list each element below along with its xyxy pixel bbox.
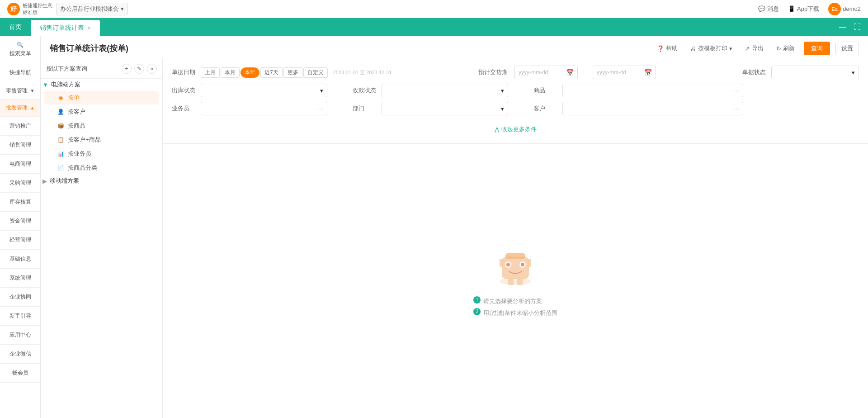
result-area: 1 请先选择要分析的方案 2 用[过滤]条件来缩小分析范围 [163, 144, 868, 418]
customer-select[interactable]: ··· [562, 102, 743, 115]
this-year-btn[interactable]: 本年 [241, 67, 259, 78]
scheme-item-by-order[interactable]: ◉ 按单 [44, 91, 159, 104]
filter-row-3: 业务员 ··· 部门 ▾ 客户 [172, 102, 859, 115]
date-separator: — [581, 69, 589, 76]
sidebar-item-basic-info[interactable]: 基础信息 [0, 250, 40, 269]
sidebar-item-system[interactable]: 系统管理 [0, 269, 40, 288]
sidebar-item-retail[interactable]: 零售管理 ▼ [0, 82, 40, 100]
scheme-icon-customer-goods: 📋 [57, 136, 64, 143]
doc-status-select[interactable]: ▾ [771, 66, 859, 79]
chevron-down-icon-out: ▾ [320, 87, 323, 94]
chevron-down-icon: ▾ [729, 45, 732, 52]
svg-rect-9 [508, 279, 514, 285]
sidebar-item-wholesale[interactable]: 批发管理 ▲ [0, 100, 40, 117]
sidebar-item-enterprise[interactable]: 企业协同 [0, 288, 40, 307]
sidebar-item-member[interactable]: 畅会员 [0, 364, 40, 383]
expected-date-start[interactable]: yyyy-mm-dd 📅 [514, 66, 578, 79]
sidebar-item-finance[interactable]: 资金管理 [0, 212, 40, 231]
expected-date-end[interactable]: yyyy-mm-dd 📅 [593, 66, 656, 79]
tab-close-icon[interactable]: × [88, 25, 91, 31]
sidebar-item-purchase[interactable]: 采购管理 [0, 174, 40, 193]
filter-row-1: 单据日期 上月 本月 本年 近7天 更多 自定义 2023-01-01 至 20… [172, 66, 859, 79]
help-button[interactable]: ❓ 帮助 [653, 43, 681, 54]
out-status-select[interactable]: ▾ [201, 84, 327, 97]
refresh-icon: ↻ [776, 45, 781, 52]
chevron-down-icon-collect: ▾ [501, 87, 504, 94]
customer-more-icon[interactable]: ··· [734, 105, 739, 112]
chevron-down-icon: ▼ [42, 81, 48, 88]
sidebar-item-newbie[interactable]: 新手引导 [0, 307, 40, 326]
scheme-item-by-customer[interactable]: 👤 按客户 [44, 105, 159, 119]
sidebar-item-ecommerce[interactable]: 电商管理 [0, 155, 40, 174]
salesman-more-icon[interactable]: ··· [318, 105, 323, 112]
print-button[interactable]: 🖨 按模板打印 ▾ [687, 43, 736, 54]
scheme-item-by-category[interactable]: 📄 按商品分类 [44, 161, 159, 175]
add-scheme-button[interactable]: + [122, 64, 132, 74]
sidebar-item-marketing[interactable]: 营销推广 [0, 117, 40, 136]
sidebar-search[interactable]: 🔍 搜索菜单 [0, 36, 40, 63]
pc-schemes: ▼ 电脑端方案 ◉ 按单 👤 按客户 📦 按商品 [41, 79, 162, 175]
message-button[interactable]: 💬 消息 [758, 5, 779, 13]
pc-section-title[interactable]: ▼ 电脑端方案 [42, 79, 160, 90]
logo-text: 畅捷通好生意 标准版 [23, 2, 52, 15]
sidebar-item-sales[interactable]: 销售管理 [0, 136, 40, 155]
goods-select[interactable]: ··· [562, 84, 743, 97]
scheme-item-by-salesman[interactable]: 📊 按业务员 [44, 147, 159, 161]
calendar-icon: 📅 [566, 69, 574, 76]
download-icon: 📱 [788, 5, 795, 12]
nav-actions: — ⛶ [837, 18, 868, 36]
chevron-up-icon: ▲ [30, 105, 35, 110]
this-month-btn[interactable]: 本月 [221, 67, 240, 78]
last-month-btn[interactable]: 上月 [201, 67, 220, 78]
goods-more-icon[interactable]: ··· [734, 87, 739, 94]
salesman-select[interactable]: ··· [201, 102, 327, 115]
sidebar-item-enterprise-wechat[interactable]: 企业微信 [0, 345, 40, 364]
minimize-icon[interactable]: — [837, 21, 848, 33]
maximize-icon[interactable]: ⛶ [852, 21, 863, 33]
filter-panel: 单据日期 上月 本月 本年 近7天 更多 自定义 2023-01-01 至 20… [163, 59, 868, 418]
sidebar: 🔍 搜索菜单 快捷导航 零售管理 ▼ 批发管理 ▲ 营销推广 销售管理 电商管理… [0, 36, 41, 418]
scheme-item-by-customer-goods[interactable]: 📋 按客户+商品 [44, 133, 159, 147]
out-status-label: 出库状态 [172, 86, 197, 95]
page-header: 销售订单统计表(按单) ❓ 帮助 🖨 按模板打印 ▾ ↗ 导出 ↻ 刷新 [41, 36, 868, 59]
refresh-button[interactable]: ↻ 刷新 [773, 43, 798, 54]
collapse-scheme-button[interactable]: « [147, 64, 157, 74]
last7-btn[interactable]: 近7天 [260, 67, 283, 78]
more-btn[interactable]: 更多 [283, 67, 302, 78]
filter-area: 单据日期 上月 本月 本年 近7天 更多 自定义 2023-01-01 至 20… [163, 59, 868, 144]
collection-status-select[interactable]: ▾ [382, 84, 508, 97]
custom-btn[interactable]: 自定义 [303, 67, 328, 78]
tab-sales-order-stats[interactable]: 销售订单统计表 × [31, 20, 100, 36]
help-icon: ❓ [657, 45, 664, 52]
expected-date-label: 预计交货期 [478, 68, 511, 76]
filter-row-2: 出库状态 ▾ 收款状态 ▾ 商品 [172, 84, 859, 97]
scheme-item-by-goods[interactable]: 📦 按商品 [44, 119, 159, 133]
scheme-header-icons: + ✎ « [122, 64, 157, 74]
collapse-button[interactable]: ⋀ 收起更多条件 [495, 122, 537, 137]
settings-button[interactable]: 设置 [835, 42, 859, 55]
export-button[interactable]: ↗ 导出 [741, 43, 767, 54]
department-select[interactable]: ▾ [382, 102, 508, 115]
sidebar-item-quick-nav[interactable]: 快捷导航 [0, 63, 40, 82]
logo-area: 好 畅捷通好生意 标准版 [7, 2, 52, 15]
sidebar-item-operations[interactable]: 经营管理 [0, 231, 40, 250]
header-actions: ❓ 帮助 🖨 按模板打印 ▾ ↗ 导出 ↻ 刷新 查询 设置 [653, 42, 859, 55]
edit-scheme-button[interactable]: ✎ [134, 64, 144, 74]
sidebar-item-app-center[interactable]: 应用中心 [0, 326, 40, 345]
app-download-button[interactable]: 📱 App下载 [788, 5, 819, 13]
mobile-section-title[interactable]: ▶ 移动端方案 [42, 175, 160, 187]
app-selector[interactable]: 办公用品行业模拟账套 ▾ [56, 3, 128, 15]
tab-home[interactable]: 首页 [0, 18, 31, 36]
sidebar-item-inventory[interactable]: 库存核算 [0, 193, 40, 212]
scheme-icon-customer: 👤 [57, 108, 64, 115]
split-view: 按以下方案查询 + ✎ « ▼ [41, 59, 868, 418]
svg-rect-10 [517, 279, 523, 285]
search-icon: 🔍 [17, 42, 24, 48]
query-button[interactable]: 查询 [804, 42, 830, 55]
scheme-icon-category: 📄 [57, 164, 64, 171]
date-quick-buttons: 上月 本月 本年 近7天 更多 自定义 [201, 67, 328, 78]
logo-icon: 好 [7, 3, 20, 15]
mobile-schemes: ▶ 移动端方案 [41, 175, 162, 187]
user-area[interactable]: Ea demo2 [828, 3, 861, 15]
collection-status-label: 收款状态 [353, 86, 378, 95]
